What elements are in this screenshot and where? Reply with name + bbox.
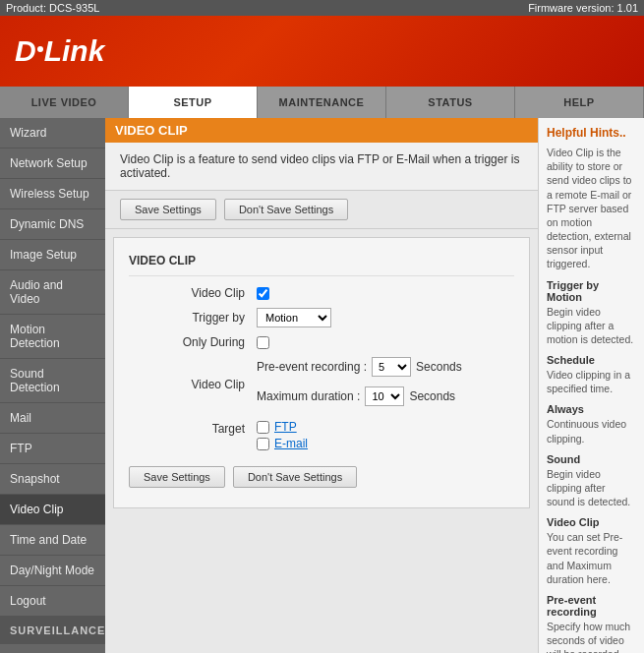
sidebar-item-network-setup[interactable]: Network Setup (0, 148, 105, 179)
email-option: E-mail (257, 437, 308, 450)
sidebar-footer: SURVEILLANCE (0, 617, 105, 644)
save-settings-button[interactable]: Save Settings (129, 466, 225, 488)
video-clip-sub-label: Video Clip (129, 378, 257, 391)
content-area: VIDEO CLIP Video Clip is a feature to se… (105, 118, 538, 653)
video-clip-checkbox[interactable] (257, 287, 269, 300)
form-title: VIDEO CLIP (129, 250, 514, 276)
help-sound-title: Sound (547, 453, 636, 465)
tab-help[interactable]: HELP (515, 87, 644, 118)
help-preevent-title: Pre-event recording (547, 594, 636, 618)
video-clip-sub-row: Video Clip Pre-event recording : 5 1 2 3 (129, 357, 514, 412)
main-layout: Wizard Network Setup Wireless Setup Dyna… (0, 118, 644, 653)
section-header: VIDEO CLIP (105, 118, 538, 143)
max-duration-unit: Seconds (409, 389, 455, 403)
sidebar-item-image-setup[interactable]: Image Setup (0, 240, 105, 270)
sidebar-item-wizard[interactable]: Wizard (0, 118, 105, 148)
top-bar: Product: DCS-935L Firmware version: 1.01 (0, 0, 644, 16)
video-clip-label: Video Clip (129, 286, 257, 300)
sidebar-item-snapshot[interactable]: Snapshot (0, 464, 105, 495)
help-trigger-text: Begin video clipping after a motion is d… (547, 305, 636, 347)
save-settings-button-top[interactable]: Save Settings (120, 199, 216, 220)
ftp-link[interactable]: FTP (274, 420, 297, 434)
sidebar-item-sound-detection[interactable]: Sound Detection (0, 359, 105, 403)
help-title: Helpful Hints.. (547, 126, 636, 140)
only-during-row: Only During (129, 335, 514, 349)
trigger-by-row: Trigger by Motion Schedule Always Sound (129, 308, 514, 327)
sidebar-item-ftp[interactable]: FTP (0, 434, 105, 464)
logo: DLink (15, 34, 104, 68)
dont-save-settings-button[interactable]: Don't Save Settings (233, 466, 357, 488)
trigger-by-control: Motion Schedule Always Sound (257, 308, 331, 327)
tab-live-video[interactable]: LIVE VIDEO (0, 87, 129, 118)
trigger-by-select[interactable]: Motion Schedule Always Sound (257, 308, 331, 327)
email-checkbox[interactable] (257, 438, 269, 450)
dont-save-settings-button-top[interactable]: Don't Save Settings (224, 199, 348, 220)
video-clip-sub-control: Pre-event recording : 5 1 2 3 4 Seconds (257, 357, 462, 412)
help-schedule-title: Schedule (547, 354, 636, 366)
video-clip-row: Video Clip (129, 286, 514, 300)
header: DLink (0, 16, 644, 87)
ftp-option: FTP (257, 420, 308, 434)
help-sound-text: Begin video clipping after sound is dete… (547, 467, 636, 509)
sidebar-item-video-clip[interactable]: Video Clip (0, 495, 105, 525)
trigger-by-label: Trigger by (129, 311, 257, 325)
sidebar-item-dynamic-dns[interactable]: Dynamic DNS (0, 209, 105, 240)
pre-event-row: Pre-event recording : 5 1 2 3 4 Seconds (257, 357, 462, 377)
max-duration-select[interactable]: 10 5 15 20 30 60 (365, 386, 404, 406)
target-row: Target FTP E-mail (129, 420, 514, 450)
tab-setup[interactable]: SETUP (129, 87, 258, 118)
product-label: Product: DCS-935L (6, 2, 99, 14)
top-button-row: Save Settings Don't Save Settings (105, 191, 538, 229)
tab-status[interactable]: STATUS (386, 87, 515, 118)
help-trigger-title: Trigger by Motion (547, 279, 636, 303)
target-options: FTP E-mail (257, 420, 308, 450)
help-videoclip-text: You can set Pre-event recording and Maxi… (547, 530, 636, 586)
help-always-title: Always (547, 403, 636, 415)
sidebar-item-wireless-setup[interactable]: Wireless Setup (0, 179, 105, 209)
pre-event-unit: Seconds (416, 360, 462, 374)
help-always-text: Continuous video clipping. (547, 417, 636, 445)
only-during-control (257, 336, 269, 349)
sidebar-item-day-night[interactable]: Day/Night Mode (0, 556, 105, 586)
content-wrapper: VIDEO CLIP Video Clip is a feature to se… (105, 118, 644, 653)
sidebar: Wizard Network Setup Wireless Setup Dyna… (0, 118, 105, 653)
max-duration-row: Maximum duration : 10 5 15 20 30 60 Seco… (257, 386, 462, 406)
pre-event-select[interactable]: 5 1 2 3 4 (372, 357, 411, 377)
help-preevent-text: Specify how much seconds of video will b… (547, 620, 636, 653)
target-label: Target (129, 420, 257, 436)
sidebar-item-mail[interactable]: Mail (0, 403, 105, 434)
ftp-checkbox[interactable] (257, 421, 269, 434)
only-during-checkbox[interactable] (257, 336, 269, 349)
section-intro: Video Clip is a feature to send video cl… (105, 143, 538, 191)
form-section: VIDEO CLIP Video Clip Trigger by Motion … (113, 237, 530, 508)
sidebar-item-motion-detection[interactable]: Motion Detection (0, 315, 105, 359)
email-link[interactable]: E-mail (274, 437, 308, 450)
firmware-label: Firmware version: 1.01 (528, 2, 638, 14)
nav-tabs: LIVE VIDEO SETUP MAINTENANCE STATUS HELP (0, 87, 644, 118)
sidebar-item-audio-video[interactable]: Audio and Video (0, 270, 105, 315)
sidebar-item-time-date[interactable]: Time and Date (0, 525, 105, 556)
sidebar-item-logout[interactable]: Logout (0, 586, 105, 617)
only-during-label: Only During (129, 335, 257, 349)
help-schedule-text: Video clipping in a specified time. (547, 368, 636, 395)
help-panel: Helpful Hints.. Video Clip is the abilit… (538, 118, 644, 653)
pre-event-label: Pre-event recording : (257, 360, 367, 374)
form-buttons: Save Settings Don't Save Settings (129, 458, 514, 496)
max-duration-label: Maximum duration : (257, 389, 360, 403)
help-videoclip-title: Video Clip (547, 516, 636, 528)
video-clip-control (257, 287, 269, 300)
tab-maintenance[interactable]: MAINTENANCE (258, 87, 386, 118)
help-intro-text: Video Clip is the ability to store or se… (547, 146, 636, 271)
